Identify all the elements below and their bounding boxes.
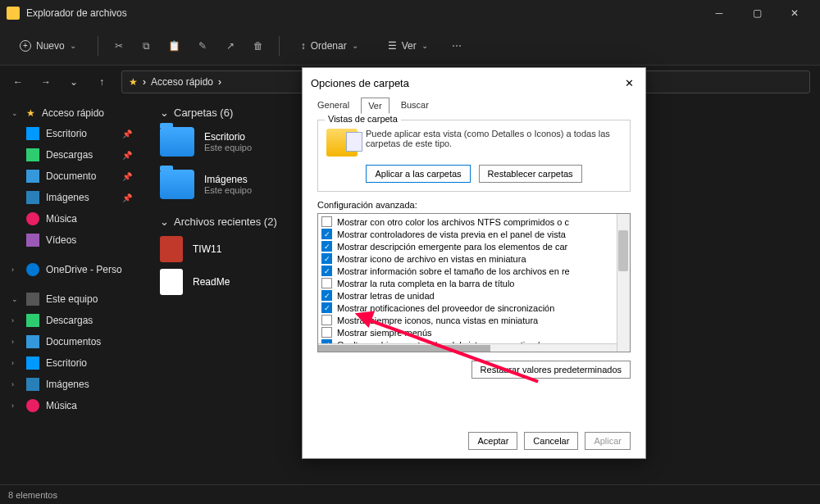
- sidebar-label: Este equipo: [46, 293, 98, 305]
- scrollbar-vertical[interactable]: [617, 214, 630, 352]
- checkbox-icon: [321, 216, 332, 227]
- document-icon: [26, 170, 39, 183]
- sidebar-item-documents[interactable]: Documento📌: [0, 166, 144, 187]
- folder-name: Imágenes: [204, 174, 252, 185]
- sidebar: ⌄ ★ Acceso rápido Escritorio📌 Descargas📌…: [0, 98, 144, 484]
- chevron-down-icon: ⌄: [11, 295, 20, 303]
- folder-item[interactable]: ImágenesEste equipo: [160, 170, 324, 199]
- folder-icon: [160, 170, 194, 199]
- checkbox-icon: ✓: [321, 253, 332, 264]
- paste-icon[interactable]: 📋: [167, 39, 182, 53]
- checkbox-icon: ✓: [321, 302, 332, 313]
- folder-views-group: Vistas de carpeta Puede aplicar esta vis…: [317, 120, 631, 192]
- chevron-right-icon: ›: [218, 76, 221, 88]
- folder-item[interactable]: EscritorioEste equipo: [160, 127, 324, 157]
- sidebar-label: OneDrive - Perso: [46, 264, 122, 275]
- sort-button[interactable]: ↕ Ordenar ⌄: [293, 35, 367, 57]
- sidebar-label: Imágenes: [46, 379, 89, 390]
- option-label: Mostrar información sobre el tamaño de l…: [337, 266, 570, 276]
- sidebar-item-music[interactable]: Música: [0, 208, 144, 229]
- ok-button[interactable]: Aceptar: [468, 432, 517, 450]
- sidebar-item-documents[interactable]: ›Documentos: [0, 331, 144, 352]
- pin-icon: 📌: [122, 193, 132, 202]
- advanced-option[interactable]: ✓Mostrar información sobre el tamaño de …: [321, 265, 626, 277]
- sidebar-label: Escritorio: [46, 357, 87, 369]
- checkbox-icon: ✓: [321, 266, 332, 276]
- download-icon: [26, 148, 39, 161]
- tab-general[interactable]: General: [311, 98, 356, 114]
- toolbar: + Nuevo ⌄ ✂ ⧉ 📋 ✎ ↗ 🗑 ↕ Ordenar ⌄ ☰ Ver …: [0, 26, 820, 66]
- chevron-right-icon: ›: [143, 76, 146, 88]
- maximize-button[interactable]: ▢: [738, 0, 776, 26]
- checkbox-icon: [321, 278, 332, 288]
- close-button[interactable]: ✕: [776, 0, 813, 26]
- star-icon: ★: [129, 76, 138, 88]
- sidebar-label: Imágenes: [46, 192, 89, 203]
- advanced-option[interactable]: Mostrar siempre iconos, nunca vistas en …: [321, 314, 626, 326]
- reset-folders-button[interactable]: Restablecer carpetas: [479, 165, 582, 183]
- chevron-down-icon: ⌄: [421, 41, 428, 50]
- advanced-settings-list: Mostrar con otro color los archivos NTFS…: [317, 213, 631, 352]
- pin-icon: 📌: [122, 129, 132, 138]
- file-name: ReadMe: [193, 276, 230, 288]
- new-button[interactable]: + Nuevo ⌄: [11, 35, 84, 57]
- sidebar-label: Música: [46, 213, 77, 225]
- view-button[interactable]: ☰ Ver ⌄: [380, 35, 436, 57]
- up-button[interactable]: ↑: [93, 74, 110, 90]
- back-button[interactable]: ←: [10, 74, 26, 90]
- sidebar-item-images[interactable]: ›Imágenes: [0, 374, 144, 395]
- tab-search[interactable]: Buscar: [394, 98, 435, 114]
- more-icon[interactable]: ⋯: [449, 39, 464, 53]
- sidebar-item-downloads[interactable]: Descargas📌: [0, 144, 144, 166]
- advanced-option[interactable]: ✓Mostrar descripción emergente para los …: [321, 240, 626, 252]
- pc-icon: [26, 293, 39, 306]
- advanced-option[interactable]: Mostrar siempre menús: [321, 326, 626, 338]
- chevron-down-icon: ⌄: [160, 107, 169, 119]
- window-titlebar: Explorador de archivos ─ ▢ ✕: [0, 0, 820, 26]
- sidebar-item-onedrive[interactable]: ›OneDrive - Perso: [0, 259, 144, 280]
- status-text: 8 elementos: [8, 490, 57, 500]
- file-item[interactable]: ReadMe: [160, 269, 324, 295]
- breadcrumb-item[interactable]: Acceso rápido: [151, 76, 213, 88]
- sidebar-item-videos[interactable]: Vídeos: [0, 229, 144, 251]
- apply-button[interactable]: Aplicar: [585, 432, 631, 450]
- advanced-option[interactable]: ✓Mostrar notificaciones del proveedor de…: [321, 302, 626, 314]
- advanced-option[interactable]: Mostrar la ruta completa en la barra de …: [321, 277, 626, 289]
- chevron-down-icon: ⌄: [70, 41, 76, 50]
- sidebar-label: Documentos: [46, 336, 101, 347]
- copy-icon[interactable]: ⧉: [139, 39, 154, 53]
- sidebar-item-desktop[interactable]: Escritorio📌: [0, 123, 144, 144]
- folder-icon: [326, 129, 358, 157]
- chevron-down-icon[interactable]: ⌄: [66, 74, 82, 90]
- close-button[interactable]: ✕: [621, 75, 637, 91]
- tab-view[interactable]: Ver: [361, 98, 390, 114]
- status-bar: 8 elementos: [0, 484, 820, 504]
- advanced-option[interactable]: ✓Mostrar controladores de vista previa e…: [321, 228, 626, 240]
- delete-icon[interactable]: 🗑: [251, 39, 266, 53]
- sidebar-item-desktop[interactable]: ›Escritorio: [0, 352, 144, 374]
- apply-folders-button[interactable]: Aplicar a las carpetas: [366, 165, 470, 183]
- cut-icon[interactable]: ✂: [112, 39, 126, 53]
- sidebar-item-thispc[interactable]: ⌄Este equipo: [0, 288, 144, 310]
- advanced-option[interactable]: ✓Mostrar letras de unidad: [321, 289, 626, 302]
- rename-icon[interactable]: ✎: [195, 39, 210, 53]
- advanced-option[interactable]: ✓Mostrar icono de archivo en vistas en m…: [321, 252, 626, 265]
- advanced-option[interactable]: Mostrar con otro color los archivos NTFS…: [321, 216, 626, 228]
- restore-defaults-button[interactable]: Restaurar valores predeterminados: [472, 361, 631, 379]
- pin-icon: 📌: [122, 151, 132, 160]
- view-label: Ver: [402, 40, 417, 52]
- minimize-button[interactable]: ─: [700, 0, 738, 26]
- cloud-icon: [26, 263, 39, 276]
- scrollbar-horizontal[interactable]: [318, 343, 617, 352]
- share-icon[interactable]: ↗: [223, 39, 238, 53]
- option-label: Mostrar icono de archivo en vistas en mi…: [337, 254, 526, 264]
- sidebar-item-quick-access[interactable]: ⌄ ★ Acceso rápido: [0, 103, 144, 123]
- sidebar-item-images[interactable]: Imágenes📌: [0, 187, 144, 208]
- view-icon: ☰: [388, 40, 397, 52]
- sidebar-item-music[interactable]: ›Música: [0, 395, 144, 416]
- sidebar-item-downloads[interactable]: ›Descargas: [0, 310, 144, 331]
- file-item[interactable]: TIW11: [160, 236, 324, 262]
- forward-button[interactable]: →: [38, 74, 54, 90]
- checkbox-icon: [321, 315, 332, 325]
- cancel-button[interactable]: Cancelar: [524, 432, 578, 450]
